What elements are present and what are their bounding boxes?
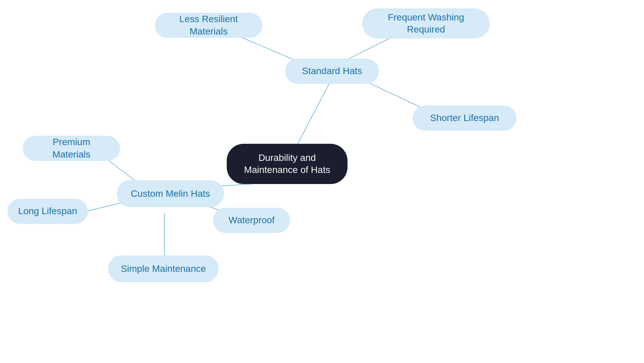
waterproof-node: Waterproof <box>213 208 290 233</box>
custom-melin-node: Custom Melin Hats <box>117 180 224 207</box>
long-lifespan-node: Long Lifespan <box>7 199 88 224</box>
simple-maintenance-node: Simple Maintenance <box>108 255 219 282</box>
less-resilient-node: Less Resilient Materials <box>155 13 262 38</box>
shorter-lifespan-node: Shorter Lifespan <box>413 106 517 131</box>
frequent-washing-node: Frequent Washing Required <box>362 8 490 39</box>
premium-materials-node: Premium Materials <box>23 136 120 161</box>
standard-hats-node: Standard Hats <box>285 59 379 84</box>
center-node: Durability and Maintenance of Hats <box>227 144 347 184</box>
